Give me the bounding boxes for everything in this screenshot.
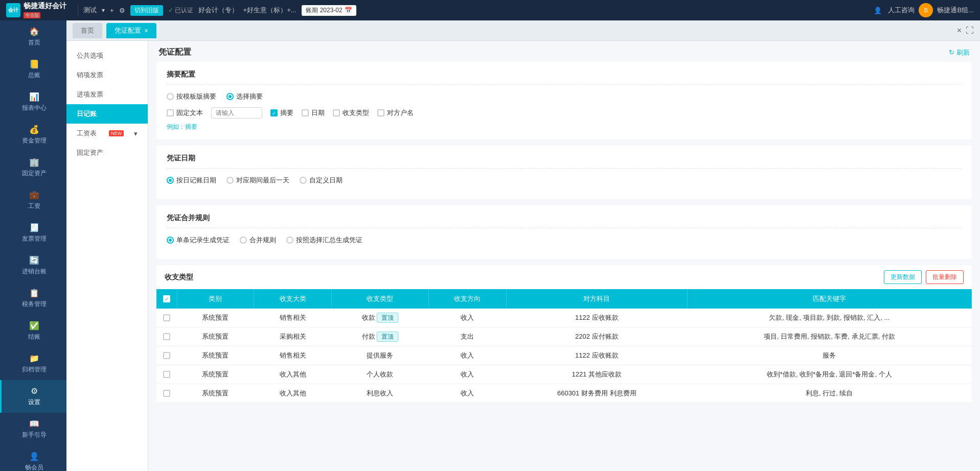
cell-major_type: 收入其他 (254, 365, 331, 384)
left-nav-purchase[interactable]: 进项发票 (66, 85, 148, 104)
left-nav-salary[interactable]: 工资表 NEW ▾ (66, 124, 148, 143)
left-nav-sales[interactable]: 销项发票 (66, 65, 148, 85)
fixed-text-checkbox (167, 109, 174, 116)
tab-voucher-config[interactable]: 凭证配置 × (106, 23, 156, 38)
sidebar-item-purchases[interactable]: 🔄 进销台账 (0, 249, 66, 282)
update-data-button[interactable]: 更新数据 (884, 270, 922, 284)
sidebar-item-close[interactable]: ✅ 结账 (0, 315, 66, 347)
main-panel: 凭证配置 ↻ 刷新 摘要配置 按模板版摘要 (148, 41, 980, 471)
cell-type: 收款 置顶 (332, 309, 428, 327)
date-section-title: 凭证日期 (167, 154, 962, 169)
type-checkbox (333, 109, 340, 116)
window-maximize-button[interactable]: ⛶ (966, 26, 974, 35)
table-check-all[interactable]: ✓ (156, 289, 177, 309)
radio-journal-date[interactable]: 按日记账日期 (167, 176, 216, 185)
radio-period-last[interactable]: 对应期间最后一天 (226, 176, 289, 185)
row-checkbox-cell[interactable] (156, 384, 177, 403)
window-close-button[interactable]: × (957, 26, 962, 35)
refresh-label: 刷新 (956, 48, 970, 57)
sidebar-item-settings[interactable]: ⚙ 设置 (0, 380, 66, 413)
row-checkbox-cell[interactable] (156, 327, 177, 346)
type-tag[interactable]: 置顶 (377, 332, 398, 342)
period-badge[interactable]: 账期 2023-02 📅 (302, 5, 356, 16)
col-account: 对方科目 (507, 289, 688, 309)
sidebar-item-funds[interactable]: 💰 资金管理 (0, 119, 66, 151)
sidebar-label-tax: 税务管理 (22, 300, 47, 309)
checkbox-date[interactable]: 日期 (302, 108, 325, 117)
sidebar-item-assets[interactable]: 🏢 固定资产 (0, 151, 66, 184)
current-company[interactable]: 测试 (83, 6, 97, 15)
tab-home[interactable]: 首页 (73, 23, 102, 38)
help-button[interactable]: 👤 人工咨询 (874, 6, 915, 15)
sidebar-label-invoice: 发票管理 (22, 234, 47, 243)
row-checkbox-cell[interactable] (156, 309, 177, 327)
sidebar-label-assets: 固定资产 (22, 169, 47, 178)
radio-total[interactable]: 按照选择汇总生成凭证 (286, 236, 362, 245)
left-nav-fixedasset-label: 固定资产 (77, 148, 103, 157)
fixed-text-input[interactable] (211, 107, 262, 119)
radio-merge[interactable]: 合并规则 (240, 236, 276, 245)
row-checkbox[interactable] (163, 390, 170, 397)
main-layout: 🏠 首页 📒 总账 📊 报表中心 💰 资金管理 🏢 固定资产 💼 工资 🧾 发票… (0, 20, 980, 471)
funds-icon: 💰 (29, 125, 39, 134)
radio-select[interactable]: 选择摘要 (226, 92, 263, 101)
add-button[interactable]: + (110, 7, 114, 14)
date-radio-group: 按日记账日期 对应期间最后一天 自定义日期 (167, 176, 962, 185)
sidebar-item-reports[interactable]: 📊 报表中心 (0, 86, 66, 119)
row-checkbox-cell[interactable] (156, 346, 177, 365)
left-nav-journal[interactable]: 日记账 (66, 104, 148, 124)
sidebar-label-payroll: 工资 (28, 202, 40, 210)
tab-close-icon[interactable]: × (144, 27, 148, 35)
avatar[interactable]: B (919, 3, 933, 17)
sidebar-item-invoice[interactable]: 🧾 发票管理 (0, 217, 66, 249)
checkbox-counterpart[interactable]: 对方户名 (377, 108, 414, 117)
row-checkbox[interactable] (163, 352, 170, 359)
sidebar-item-ledger[interactable]: 📒 总账 (0, 53, 66, 86)
sidebar-item-tax[interactable]: 📋 税务管理 (0, 282, 66, 315)
row-checkbox[interactable] (163, 333, 170, 340)
left-nav-public[interactable]: 公共选项 (66, 46, 148, 65)
cell-category: 系统预置 (177, 327, 254, 346)
page-content: 公共选项 销项发票 进项发票 日记账 工资表 NEW ▾ 固定资产 (66, 41, 980, 471)
tab-home-label: 首页 (81, 27, 94, 34)
certified-label: 已认证 (175, 6, 193, 15)
checkbox-type[interactable]: 收支类型 (333, 108, 369, 117)
cell-account: 1122 应收账款 (507, 346, 688, 365)
content-area: 首页 凭证配置 × × ⛶ 公共选项 销项发票 进项发票 (66, 20, 980, 471)
row-checkbox[interactable] (163, 314, 170, 321)
sidebar-item-member[interactable]: 👤 畅会员 (0, 445, 66, 471)
summary-checkbox: ✓ (270, 109, 278, 116)
sidebar-item-payroll[interactable]: 💼 工资 (0, 184, 66, 217)
checkbox-summary[interactable]: ✓ 摘要 (270, 108, 293, 117)
batch-delete-button[interactable]: 批量删除 (926, 270, 964, 284)
archive-icon: 📁 (29, 354, 39, 363)
period-last-label: 对应期间最后一天 (236, 176, 289, 185)
ledger-icon: 📒 (29, 59, 39, 69)
help-icon: 👤 (874, 7, 882, 14)
cell-category: 系统预置 (177, 346, 254, 365)
sidebar-item-guide[interactable]: 📖 新手引导 (0, 413, 66, 445)
company-dropdown-icon[interactable]: ▾ (102, 7, 105, 14)
user-name[interactable]: 畅捷通B组... (937, 6, 974, 15)
refresh-button[interactable]: ↻ 刷新 (949, 48, 970, 57)
row-checkbox-cell[interactable] (156, 365, 177, 384)
radio-single[interactable]: 单条记录生成凭证 (167, 236, 230, 245)
cell-type: 提供服务 (332, 346, 428, 365)
checkbox-fixed-text[interactable]: 固定文本 (167, 108, 203, 117)
purchases-icon: 🔄 (29, 255, 39, 265)
sidebar-item-home[interactable]: 🏠 首页 (0, 20, 66, 53)
settings-icon[interactable]: ⚙ (119, 7, 125, 14)
row-checkbox[interactable] (163, 371, 170, 378)
type-tag[interactable]: 置顶 (377, 313, 398, 323)
radio-template[interactable]: 按模板版摘要 (167, 92, 216, 101)
brand: 会计 畅捷通好会计 专业版 (6, 2, 73, 19)
checkbox-group: 固定文本 ✓ 摘要 日期 收支类型 (167, 107, 962, 119)
settings-sidebar-icon: ⚙ (31, 386, 38, 396)
counterpart-label: 对方户名 (387, 108, 414, 117)
radio-custom-date[interactable]: 自定义日期 (300, 176, 343, 185)
cell-type: 付款 置顶 (332, 327, 428, 346)
left-nav-fixedasset[interactable]: 固定资产 (66, 143, 148, 162)
cell-account: 660301 财务费用 利息费用 (507, 384, 688, 403)
sidebar-item-archive[interactable]: 📁 归档管理 (0, 347, 66, 380)
switch-version-button[interactable]: 切到旧版 (130, 5, 163, 16)
